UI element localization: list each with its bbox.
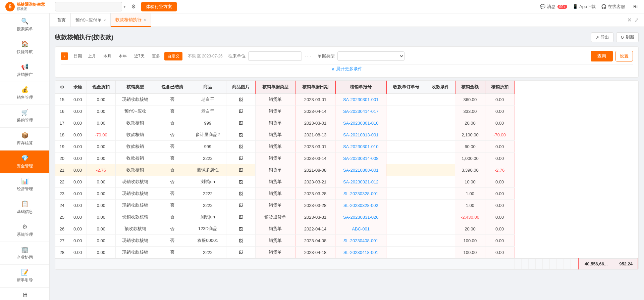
cell-verify-bill-no[interactable]: SL-20230408-001: [335, 235, 386, 247]
date-btn-7days[interactable]: 近7天: [131, 52, 148, 60]
search-area[interactable]: ▾: [55, 2, 126, 11]
table-row: 240.000.00现销收款核销否2222🖼销货单2023-03-28SL-20…: [55, 200, 638, 211]
sidebar-item-business[interactable]: 📊 经营管理: [0, 173, 49, 196]
settings-button[interactable]: 设置: [615, 51, 633, 61]
tab-prepay-close[interactable]: ×: [104, 18, 106, 22]
sidebar-item-hardware[interactable]: 🖥 智能硬件: [0, 288, 49, 300]
filter-from-unit: 往来单位 ···: [228, 51, 312, 61]
cell-verify-bill-no[interactable]: SA-20210813-001: [335, 129, 386, 141]
sidebar-item-guide[interactable]: 📝 新手引导: [0, 265, 49, 288]
table-row: 150.000.00现销收款核销否老白干🖼销货单2023-03-01SA-202…: [55, 94, 638, 105]
cell-verify-bill-no[interactable]: SL-20230328-002: [335, 200, 386, 211]
cell-product-img: 🖼: [226, 176, 255, 188]
trial-button[interactable]: 体验行业方案: [141, 2, 177, 11]
sidebar-item-quicknav[interactable]: 🏠 快捷导航: [0, 36, 49, 59]
sidebar-item-marketing[interactable]: 📢 营销推广: [0, 59, 49, 82]
cell-verify-discount: 0.00: [485, 223, 514, 235]
chevron-down-icon[interactable]: ▾: [123, 4, 126, 9]
sidebar-item-finance[interactable]: 💎 资金管理: [0, 151, 49, 173]
single-type-select[interactable]: [337, 51, 405, 61]
bill-no-link[interactable]: SA-20230314-008: [343, 156, 379, 161]
cell-verify-bill-type: 销货单: [255, 176, 295, 188]
date-btn-custom[interactable]: 自定义: [164, 52, 182, 60]
date-btn-thismonth[interactable]: 本月: [100, 52, 114, 60]
headset-icon: 🎧: [601, 4, 606, 9]
cell-cash-discount: 0.00: [87, 211, 115, 223]
bill-no-link[interactable]: SL-20230328-002: [343, 203, 378, 208]
bill-no-link[interactable]: SA-20230414-017: [343, 109, 379, 114]
expand-more-btn[interactable]: ∨ 展开更多条件: [61, 64, 633, 73]
sidebar-item-search[interactable]: 🔍 搜索菜单: [0, 13, 49, 36]
refresh-button[interactable]: ↻ 刷新: [616, 32, 639, 42]
cell-verify-bill-no[interactable]: SA-20230301-010: [335, 141, 386, 153]
cell-balance: 0.00: [69, 105, 87, 117]
cell-verify-bill-type: 销货单: [255, 235, 295, 247]
cell-verify-bill-no[interactable]: SA-20230321-012: [335, 176, 386, 188]
tab-bar: 首页 预付冲应付单 × 收款核销执行 × ✕ ⤢: [50, 13, 644, 27]
maximize-icon[interactable]: ⤢: [634, 17, 639, 23]
cell-verify-bill-no[interactable]: SA-20210808-001: [335, 164, 386, 176]
bill-no-link[interactable]: ABC-001: [352, 226, 370, 231]
tab-home[interactable]: 首页: [52, 13, 71, 27]
cell-verify-bill-no[interactable]: ABC-001: [335, 223, 386, 235]
cell-verify-bill-no[interactable]: SA-20230301-010: [335, 117, 386, 129]
bill-no-link[interactable]: SL-20230328-001: [343, 191, 378, 196]
sidebar-item-inventory[interactable]: 📦 库存核算: [0, 128, 49, 151]
search-input[interactable]: [55, 2, 122, 11]
from-unit-input[interactable]: [248, 51, 302, 61]
message-item[interactable]: 💬 消息 99+: [540, 4, 567, 10]
cell-verify-bill-type: 销货单: [255, 94, 295, 105]
cell-include-settled: 否: [155, 105, 189, 117]
bill-no-link[interactable]: SA-20230321-012: [343, 179, 379, 184]
message-label: 消息: [547, 4, 555, 10]
bill-no-link[interactable]: SA-20210813-001: [343, 132, 379, 137]
cell-verify-bill-no[interactable]: SA-20230301-001: [335, 94, 386, 105]
sidebar-item-basicinfo[interactable]: 📋 基础信息: [0, 196, 49, 219]
date-btn-thisyear[interactable]: 本年: [116, 52, 130, 60]
cell-verify-bill-no[interactable]: SA-20230331-026: [335, 211, 386, 223]
cell-receipt-order: [386, 105, 426, 117]
cell-receipt-condition: [426, 247, 455, 259]
sidebar-item-enterprise[interactable]: 🏢 企业协同: [0, 242, 49, 265]
cell-verify-bill-type: 销货退货单: [255, 211, 295, 223]
tab-receipt-label: 收款核销执行: [115, 17, 142, 23]
bill-no-link[interactable]: SA-20230301-010: [343, 121, 379, 126]
tab-receipt-close[interactable]: ×: [144, 18, 146, 22]
tab-prepay[interactable]: 预付冲应付单 ×: [71, 13, 111, 27]
cell-verify-bill-no[interactable]: SA-20230314-008: [335, 153, 386, 164]
cell-verify-bill-no[interactable]: SL-20230418-001: [335, 247, 386, 259]
tab-controls: ✕ ⤢: [627, 17, 641, 23]
date-btns: 上月 本月 本年 近7天 更多 自定义: [85, 52, 182, 60]
cell-verify-bill-no[interactable]: SL-20230328-001: [335, 188, 386, 200]
cell-receipt-order: [386, 164, 426, 176]
cell-cash-discount: 0.00: [87, 200, 115, 211]
bill-no-link[interactable]: SA-20230301-001: [343, 97, 379, 102]
cell-receipt-order: [386, 200, 426, 211]
close-window-icon[interactable]: ✕: [627, 17, 632, 23]
marketing-icon: 📢: [21, 63, 29, 71]
cell-verify-bill-no[interactable]: SA-20230414-017: [335, 105, 386, 117]
export-button[interactable]: ↗ 导出: [591, 32, 613, 42]
cell-verify-bill-type: 销货单: [255, 153, 295, 164]
tab-receipt[interactable]: 收款核销执行 ×: [111, 13, 151, 27]
query-button[interactable]: 查询: [591, 51, 613, 61]
app-download-item[interactable]: 📱 App下载: [573, 4, 596, 10]
sidebar-item-sales[interactable]: 💰 销售管理: [0, 82, 49, 105]
sidebar-item-system[interactable]: ⚙ 系统管理: [0, 219, 49, 242]
bill-no-link[interactable]: SL-20230408-001: [343, 238, 378, 243]
bill-no-link[interactable]: SL-20230418-001: [343, 250, 378, 255]
date-btn-more[interactable]: 更多: [149, 52, 163, 60]
user-name[interactable]: Rit: [633, 4, 639, 9]
sidebar-item-purchase[interactable]: 🛒 采购管理: [0, 105, 49, 128]
gear-icon[interactable]: ⚙: [131, 3, 136, 10]
bill-no-link[interactable]: SA-20230301-010: [343, 144, 379, 149]
cell-verify-discount: 0.00: [485, 141, 514, 153]
cell-cash-discount: -70.00: [87, 129, 115, 141]
online-service-item[interactable]: 🎧 在线客服: [601, 4, 625, 10]
col-settings[interactable]: ⚙: [55, 81, 69, 94]
date-btn-lastmonth[interactable]: 上月: [85, 52, 99, 60]
filter-toggle[interactable]: ›: [61, 52, 68, 60]
bill-no-link[interactable]: SA-20210808-001: [343, 168, 379, 173]
single-type-label: 单据类型: [317, 53, 335, 59]
bill-no-link[interactable]: SA-20230331-026: [343, 215, 379, 220]
